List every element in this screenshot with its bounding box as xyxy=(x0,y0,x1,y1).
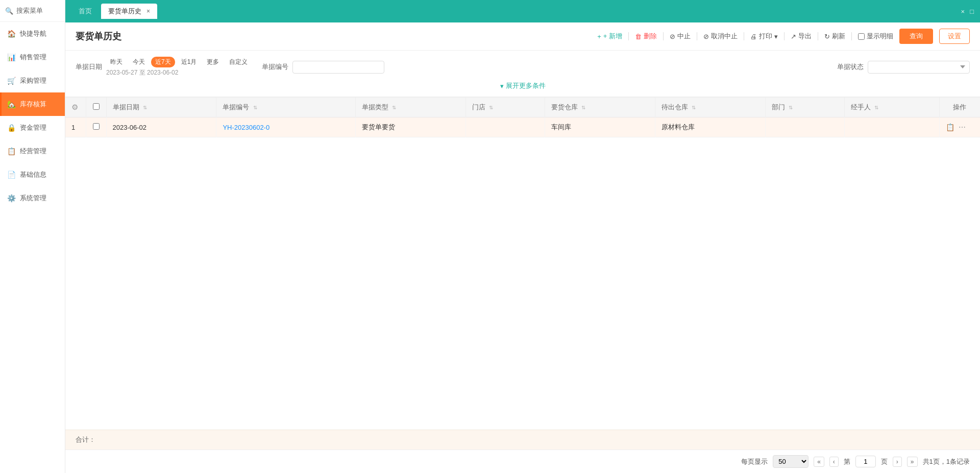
operation-icon: 📋 xyxy=(7,147,16,155)
date-opt-more[interactable]: 更多 xyxy=(203,57,223,67)
sort-store-icon: ⇅ xyxy=(489,105,493,110)
td-pending-warehouse: 原材料仓库 xyxy=(655,117,765,137)
table-gear-icon[interactable]: ⚙ xyxy=(71,103,78,111)
sidebar-item-finance[interactable]: 🔒 资金管理 xyxy=(0,116,65,139)
next-page-btn[interactable]: › xyxy=(893,457,902,467)
sidebar-label-quick-nav: 快捷导航 xyxy=(20,29,46,38)
date-opt-custom[interactable]: 自定义 xyxy=(225,57,252,67)
sidebar: 🔍 搜索菜单 🏠 快捷导航 📊 销售管理 🛒 采购管理 🏡 库存核算 🔒 资金管… xyxy=(0,0,65,473)
cancel-stop-button[interactable]: ⊘ 取消中止 xyxy=(703,32,738,41)
doc-number-link[interactable]: YH-20230602-0 xyxy=(223,124,270,131)
settings-button[interactable]: 设置 xyxy=(939,29,970,44)
last-page-btn[interactable]: » xyxy=(907,457,918,467)
th-doc-number[interactable]: 单据编号 ⇅ xyxy=(216,98,355,117)
th-doc-type[interactable]: 单据类型 ⇅ xyxy=(355,98,465,117)
page-label: 第 xyxy=(844,457,850,466)
print-button[interactable]: 🖨 打印 ▾ xyxy=(750,32,778,41)
search-menu[interactable]: 🔍 搜索菜单 xyxy=(0,0,65,22)
divider-2 xyxy=(663,32,664,40)
page-suffix: 页 xyxy=(881,457,888,466)
td-row-num: 1 xyxy=(65,117,86,137)
th-gear[interactable]: ⚙ xyxy=(65,98,86,117)
export-button[interactable]: ↗ 导出 xyxy=(791,32,812,41)
sidebar-label-finance: 资金管理 xyxy=(20,123,46,132)
window-minimize-btn[interactable]: □ xyxy=(970,8,974,15)
main-area: 首页 要货单历史 × × □ 要货单历史 + + 新增 🗑 删除 xyxy=(65,0,980,473)
sidebar-item-operation[interactable]: 📋 经营管理 xyxy=(0,139,65,163)
new-icon: + xyxy=(597,33,601,40)
row-checkbox[interactable] xyxy=(93,123,100,130)
new-button[interactable]: + + 新增 xyxy=(597,32,622,41)
th-handler[interactable]: 经手人 ⇅ xyxy=(844,98,939,117)
data-table: ⚙ 单据日期 ⇅ 单据编号 ⇅ xyxy=(65,98,980,137)
display-detail-input[interactable] xyxy=(858,33,865,40)
tab-close-icon[interactable]: × xyxy=(146,8,150,15)
status-select[interactable] xyxy=(868,61,970,74)
tab-active-label: 要货单历史 xyxy=(108,7,141,16)
table-area: ⚙ 单据日期 ⇅ 单据编号 ⇅ xyxy=(65,97,980,430)
td-req-warehouse: 车间库 xyxy=(545,117,655,137)
date-opt-today[interactable]: 今天 xyxy=(129,57,149,67)
stop-button[interactable]: ⊘ 中止 xyxy=(670,32,691,41)
expand-label: 展开更多条件 xyxy=(506,81,546,90)
tab-active[interactable]: 要货单历史 × xyxy=(101,4,157,19)
delete-button[interactable]: 🗑 删除 xyxy=(635,32,657,41)
date-opt-yesterday[interactable]: 昨天 xyxy=(106,57,127,67)
finance-icon: 🔒 xyxy=(7,124,16,132)
date-range-display: 2023-05-27 至 2023-06-02 xyxy=(106,68,252,77)
th-pending-warehouse[interactable]: 待出仓库 ⇅ xyxy=(655,98,765,117)
filter-area: 单据日期 昨天 今天 近7天 近1月 更多 自定义 2023-05-27 至 2… xyxy=(65,51,980,97)
date-filter-label: 单据日期 xyxy=(76,62,102,72)
th-handler-label: 经手人 xyxy=(851,103,871,111)
purchase-icon: 🛒 xyxy=(7,77,16,85)
sidebar-item-inventory[interactable]: 🏡 库存核算 xyxy=(0,92,65,116)
sidebar-item-purchase[interactable]: 🛒 采购管理 xyxy=(0,69,65,92)
status-filter-group: 单据状态 xyxy=(395,61,970,74)
window-close-btn[interactable]: × xyxy=(961,8,965,15)
divider-3 xyxy=(697,32,697,40)
th-store-label: 门店 xyxy=(472,103,485,111)
sidebar-item-quick-nav[interactable]: 🏠 快捷导航 xyxy=(0,22,65,45)
th-store[interactable]: 门店 ⇅ xyxy=(465,98,545,117)
th-department[interactable]: 部门 ⇅ xyxy=(765,98,844,117)
view-action-icon[interactable]: 📋 xyxy=(946,123,954,131)
delete-label: 删除 xyxy=(644,32,657,41)
divider-6 xyxy=(818,32,818,40)
display-detail-checkbox[interactable]: 显示明细 xyxy=(858,32,893,41)
sidebar-label-basic: 基础信息 xyxy=(20,170,46,179)
td-handler xyxy=(844,117,939,137)
sidebar-item-sales[interactable]: 📊 销售管理 xyxy=(0,45,65,69)
topbar: 首页 要货单历史 × × □ xyxy=(65,0,980,22)
refresh-button[interactable]: ↻ 刷新 xyxy=(824,32,845,41)
tab-home[interactable]: 首页 xyxy=(71,4,99,19)
search-icon: 🔍 xyxy=(5,7,13,15)
status-label: 单据状态 xyxy=(837,62,864,72)
per-page-select[interactable]: 10 20 50 100 xyxy=(773,455,808,468)
date-opt-1month[interactable]: 近1月 xyxy=(177,57,201,67)
doc-number-input[interactable] xyxy=(292,61,384,74)
new-label: + 新增 xyxy=(603,32,622,41)
divider-1 xyxy=(628,32,629,40)
cancel-stop-label: 取消中止 xyxy=(711,32,738,41)
date-options: 昨天 今天 近7天 近1月 更多 自定义 xyxy=(106,57,252,67)
sidebar-item-system[interactable]: ⚙️ 系统管理 xyxy=(0,186,65,210)
th-req-warehouse-label: 要货仓库 xyxy=(551,103,578,111)
first-page-btn[interactable]: « xyxy=(814,457,824,467)
cancel-stop-icon: ⊘ xyxy=(703,33,709,40)
summary-label: 合计： xyxy=(76,436,95,443)
expand-more-btn[interactable]: ▾ 展开更多条件 xyxy=(76,81,970,90)
prev-page-btn[interactable]: ‹ xyxy=(829,457,839,467)
date-opt-7days[interactable]: 近7天 xyxy=(151,57,175,67)
th-req-warehouse[interactable]: 要货仓库 ⇅ xyxy=(545,98,655,117)
sidebar-item-basic[interactable]: 📄 基础信息 xyxy=(0,163,65,186)
sort-doc-date-icon: ⇅ xyxy=(143,105,147,110)
query-button[interactable]: 查询 xyxy=(899,29,933,44)
th-checkbox xyxy=(86,98,106,117)
system-icon: ⚙️ xyxy=(7,194,16,202)
td-checkbox xyxy=(86,117,106,137)
th-doc-date[interactable]: 单据日期 ⇅ xyxy=(106,98,216,117)
page-input[interactable] xyxy=(855,456,876,467)
more-action-icon[interactable]: ⋯ xyxy=(959,123,966,131)
td-doc-type: 要货单要货 xyxy=(355,117,465,137)
select-all-checkbox[interactable] xyxy=(93,103,100,110)
